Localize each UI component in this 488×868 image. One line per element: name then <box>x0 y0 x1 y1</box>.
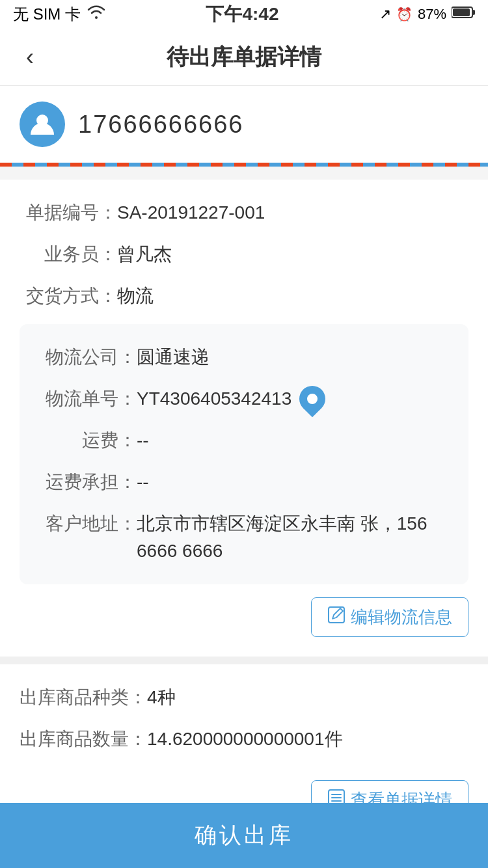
delivery-method-label: 交货方式： <box>20 282 117 310</box>
freight-value: -- <box>137 427 449 454</box>
user-phone: 17666666666 <box>78 111 243 139</box>
document-number-value: SA-20191227-001 <box>117 199 468 226</box>
back-button[interactable]: ‹ <box>20 37 40 77</box>
goods-category-value: 4种 <box>147 684 468 711</box>
status-right: ↗ ⏰ 87% <box>379 6 475 23</box>
sales-rep-label: 业务员： <box>20 241 117 268</box>
tracking-number-label: 物流单号： <box>39 385 137 413</box>
page-title: 待出库单据详情 <box>167 42 321 72</box>
goods-category-row: 出库商品种类： 4种 <box>20 684 468 711</box>
status-time: 下午4:42 <box>206 2 278 27</box>
logistics-company-row: 物流公司： 圆通速递 <box>39 344 449 371</box>
edit-logistics-button[interactable]: 编辑物流信息 <box>311 597 468 637</box>
battery-icon <box>452 6 475 23</box>
freight-bearer-row: 运费承担： -- <box>39 468 449 496</box>
goods-quantity-value: 14.620000000000001件 <box>147 726 468 753</box>
avatar <box>20 102 65 147</box>
address-row: 客户地址： 北京市市辖区海淀区永丰南 张，156 6666 6666 <box>39 510 449 565</box>
sales-rep-row: 业务员： 曾凡杰 <box>20 241 468 268</box>
address-label: 客户地址： <box>39 510 137 537</box>
tracking-number-value: YT43064053424​13 <box>137 385 449 413</box>
address-value: 北京市市辖区海淀区永丰南 张，156 6666 6666 <box>137 510 449 565</box>
basic-info-section: 单据编号： SA-20191227-001 业务员： 曾凡杰 交货方式： 物流 … <box>0 180 488 657</box>
delivery-method-row: 交货方式： 物流 <box>20 282 468 310</box>
edit-btn-container: 编辑物流信息 <box>20 584 468 637</box>
confirm-button-label: 确认出库 <box>195 821 293 850</box>
section-divider-1 <box>0 657 488 664</box>
status-left: 无 SIM 卡 <box>13 4 105 25</box>
confirm-button[interactable]: 确认出库 <box>0 803 488 868</box>
location-icon: ↗ <box>379 6 391 23</box>
wifi-icon <box>87 5 105 23</box>
user-header: 17666666666 <box>0 86 488 163</box>
goods-category-label: 出库商品种类： <box>20 684 147 711</box>
logistics-company-label: 物流公司： <box>39 344 137 371</box>
freight-bearer-label: 运费承担： <box>39 468 137 496</box>
svg-rect-1 <box>472 10 475 15</box>
network-status: 无 SIM 卡 <box>13 4 81 25</box>
freight-bearer-value: -- <box>137 468 449 496</box>
alarm-icon: ⏰ <box>396 7 413 22</box>
document-number-row: 单据编号： SA-20191227-001 <box>20 199 468 226</box>
logistics-company-value: 圆通速递 <box>137 344 449 371</box>
nav-bar: ‹ 待出库单据详情 <box>0 29 488 86</box>
sales-rep-value: 曾凡杰 <box>117 241 468 268</box>
goods-quantity-label: 出库商品数量： <box>20 726 147 753</box>
document-number-label: 单据编号： <box>20 199 117 226</box>
tracking-number-row: 物流单号： YT43064053424​13 <box>39 385 449 413</box>
freight-label: 运费： <box>39 427 137 454</box>
freight-row: 运费： -- <box>39 427 449 454</box>
location-pin-icon[interactable] <box>294 381 331 418</box>
battery-percent: 87% <box>418 6 446 23</box>
svg-rect-2 <box>453 8 470 16</box>
logistics-card: 物流公司： 圆通速递 物流单号： YT43064053424​13 运费： --… <box>20 324 468 584</box>
edit-icon <box>327 606 346 629</box>
delivery-method-value: 物流 <box>117 282 468 310</box>
goods-quantity-row: 出库商品数量： 14.620000000000001件 <box>20 726 468 753</box>
status-bar: 无 SIM 卡 下午4:42 ↗ ⏰ 87% <box>0 0 488 29</box>
edit-logistics-label: 编辑物流信息 <box>351 606 452 629</box>
dashed-separator <box>0 163 488 167</box>
